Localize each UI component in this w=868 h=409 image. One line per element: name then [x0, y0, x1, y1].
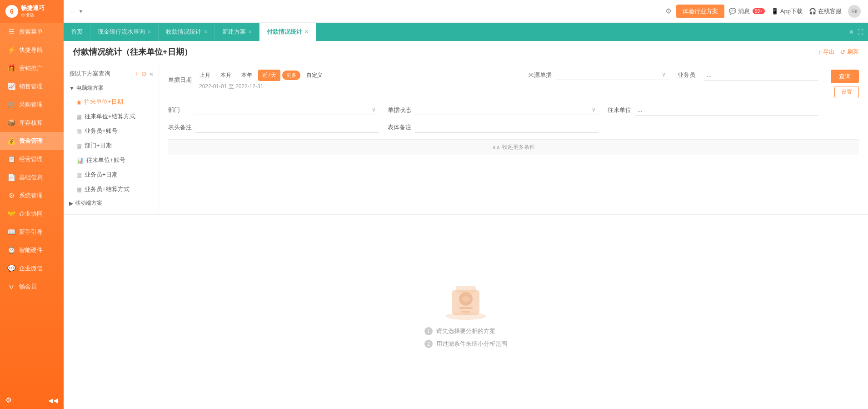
chevron-up-icon: ∧∧	[492, 144, 500, 151]
header-note-input[interactable]	[195, 122, 379, 133]
sales-icon: 📈	[7, 82, 15, 91]
voucher-status-select[interactable]: ∨	[415, 105, 598, 115]
tab-payment-stats-close[interactable]: ×	[204, 29, 207, 35]
tabbar-right: ✕ ⛶	[844, 23, 868, 41]
main-content: ... ▼ ⚙ 体验行业方案 💬 消息 99+ 📱 App下载 🎧 在线客服 R…	[64, 0, 868, 409]
scheme-item-staff-settle-icon: ▦	[76, 186, 82, 193]
partner-input[interactable]	[635, 105, 818, 116]
chevron-down-icon: ▼	[69, 85, 75, 91]
date-btn-custom[interactable]: 自定义	[302, 70, 327, 81]
close-all-icon[interactable]: ✕	[849, 29, 854, 35]
scheme-collapse-icon[interactable]: «	[150, 70, 153, 77]
scheme-item-partner-settle[interactable]: ▦ 往来单位+结算方式	[64, 109, 159, 124]
headset-icon: 🎧	[809, 8, 816, 15]
sidebar-item-operation[interactable]: 📋 经营管理	[0, 150, 64, 168]
scheme-item-dept-date[interactable]: ▦ 部门+日期	[64, 138, 159, 153]
date-btn-this-month[interactable]: 本月	[216, 70, 235, 81]
sidebar-item-hardware[interactable]: ⌚ 智能硬件	[0, 241, 64, 259]
sidebar-item-search-menu[interactable]: ☰ 搜索菜单	[0, 23, 64, 41]
date-btn-this-year[interactable]: 本年	[237, 70, 256, 81]
dropdown-icon[interactable]: ▼	[78, 8, 84, 15]
body-note-input[interactable]	[415, 122, 598, 133]
notification-icon: 💬	[729, 8, 736, 15]
online-service-btn[interactable]: 🎧 在线客服	[809, 7, 842, 15]
industry-btn[interactable]: 体验行业方案	[676, 5, 724, 18]
page-header: 付款情况统计（往来单位+日期） ↑ 导出 ↺ 刷新	[64, 41, 868, 63]
dept-select[interactable]: ∨	[195, 105, 379, 115]
search-menu-icon: ☰	[7, 28, 15, 36]
filter-row-1: 单据日期 上月 本月 本年 近7天 更多 自定义 2022-01-01 至 20…	[168, 70, 859, 98]
tab-payment-stat[interactable]: 付款情况统计 ×	[259, 23, 316, 41]
scheme-item-staff-settle[interactable]: ▦ 业务员+结算方式	[64, 182, 159, 197]
sidebar-item-label: 快捷导航	[19, 46, 43, 54]
logo-text: 畅捷通巧	[21, 5, 45, 12]
date-btn-7days[interactable]: 近7天	[258, 70, 280, 81]
export-button[interactable]: ↑ 导出	[818, 48, 835, 56]
date-label: 单据日期	[168, 76, 192, 84]
sidebar-item-capital[interactable]: 💰 资金管理	[0, 132, 64, 150]
salesperson-input[interactable]	[704, 70, 818, 81]
query-button[interactable]: 查询	[831, 70, 859, 83]
sidebar-item-basic-info[interactable]: 📄 基础信息	[0, 168, 64, 187]
tab-new-scheme-close[interactable]: ×	[249, 29, 252, 35]
scheme-item-staff-date[interactable]: ▦ 业务员+日期	[64, 167, 159, 182]
sidebar-item-label: 资金管理	[19, 137, 43, 145]
sidebar-item-marketing[interactable]: 🎁 营销推广	[0, 59, 64, 77]
date-options: 上月 本月 本年 近7天 更多 自定义 2022-01-01 至 2022-12…	[195, 70, 519, 91]
sidebar-footer: ⚙ ◀◀	[0, 391, 64, 409]
filter-source-field: 来源单据 ∨	[528, 70, 668, 80]
date-btn-last-month[interactable]: 上月	[195, 70, 215, 81]
collapse-more-btn[interactable]: ∧∧ 收起更多条件	[168, 139, 859, 155]
tab-new-scheme[interactable]: 新建方案 ×	[215, 23, 259, 41]
source-select[interactable]: ∨	[555, 70, 668, 80]
voucher-chevron-icon: ∨	[592, 106, 596, 113]
scheme-actions: + ⊙ «	[135, 70, 153, 77]
notification-btn[interactable]: 💬 消息 99+	[729, 7, 765, 15]
sidebar-collapse-button[interactable]: ◀◀	[48, 397, 58, 404]
quick-nav-icon: ⚡	[7, 46, 15, 54]
sidebar-item-sales[interactable]: 📈 销售管理	[0, 77, 64, 96]
scheme-group-desktop[interactable]: ▼ 电脑端方案	[64, 81, 159, 95]
sidebar-item-label: 智能硬件	[19, 246, 43, 254]
expand-icon[interactable]: ⛶	[858, 29, 863, 35]
user-avatar[interactable]: Rit	[848, 5, 861, 18]
scheme-panel-header: 按以下方案查询 + ⊙ «	[64, 68, 159, 81]
sidebar-item-guide[interactable]: 📖 新手引导	[0, 223, 64, 241]
scheme-add-icon[interactable]: +	[135, 70, 139, 77]
sidebar-item-wechat[interactable]: 💬 企业微信	[0, 259, 64, 278]
sidebar-item-system[interactable]: ⚙ 系统管理	[0, 187, 64, 205]
refresh-button[interactable]: ↺ 刷新	[840, 48, 859, 56]
sidebar-item-purchase[interactable]: 🛒 采购管理	[0, 96, 64, 114]
export-icon: ↑	[818, 49, 822, 56]
sidebar-item-member[interactable]: V 畅会员	[0, 278, 64, 296]
svg-rect-5	[461, 311, 470, 313]
scheme-item-partner-date[interactable]: ◉ 往来单位+日期	[64, 95, 159, 109]
app-download-btn[interactable]: 📱 App下载	[771, 7, 803, 15]
tab-payment-stat-close[interactable]: ×	[305, 29, 308, 35]
page-header-actions: ↑ 导出 ↺ 刷新	[818, 48, 859, 56]
filter-actions: 查询 设置	[827, 70, 859, 98]
tab-payment-stats[interactable]: 收款情况统计 ×	[159, 23, 215, 41]
scheme-item-staff-account[interactable]: ▦ 业务员+账号	[64, 124, 159, 138]
sidebar-item-label: 营销推广	[19, 64, 43, 72]
tip-num-1: 1	[424, 327, 433, 335]
sidebar-item-enterprise[interactable]: 🤝 企业协同	[0, 205, 64, 223]
date-btn-more[interactable]: 更多	[282, 71, 300, 80]
topbar-gear-icon[interactable]: ⚙	[665, 7, 672, 15]
settings-button[interactable]: 设置	[834, 86, 859, 98]
tab-cash-flow-label: 现金银行流水查询	[98, 28, 145, 36]
sidebar-item-quick-nav[interactable]: ⚡ 快捷导航	[0, 41, 64, 59]
tab-cash-flow-close[interactable]: ×	[148, 29, 151, 35]
filter-partner-field: 往来单位	[608, 105, 818, 116]
tab-home[interactable]: 首页	[64, 23, 90, 41]
footer-settings-icon[interactable]: ⚙	[5, 396, 12, 404]
scheme-item-partner-account[interactable]: 📊 往来单位+账号	[64, 153, 159, 167]
tab-cash-flow[interactable]: 现金银行流水查询 ×	[90, 23, 159, 41]
sidebar-item-inventory[interactable]: 📦 库存核算	[0, 114, 64, 132]
tabbar: 首页 现金银行流水查询 × 收款情况统计 × 新建方案 × 付款情况统计 × ✕…	[64, 23, 868, 41]
source-chevron-icon: ∨	[662, 71, 666, 78]
scheme-settings-icon[interactable]: ⊙	[141, 70, 147, 77]
scheme-group-mobile[interactable]: ▶ 移动端方案	[64, 197, 159, 210]
tip-text-1: 请先选择要分析的方案	[436, 327, 495, 335]
sidebar-item-label: 畅会员	[19, 283, 37, 291]
